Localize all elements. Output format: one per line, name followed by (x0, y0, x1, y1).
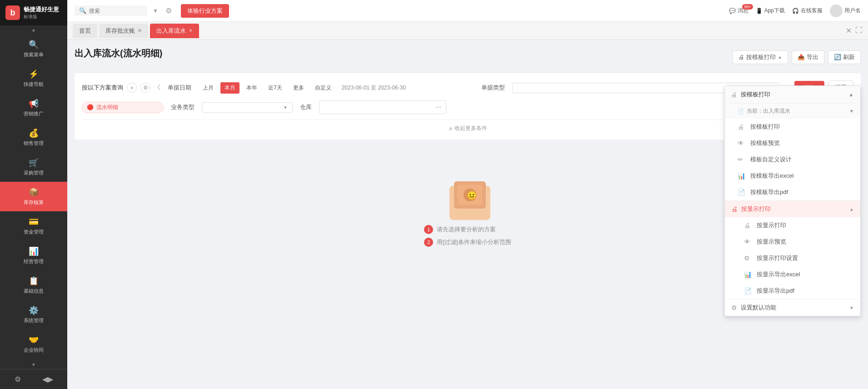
tab-expand-btn[interactable]: ⛶ (855, 26, 863, 35)
shortcuts-icon: ⚡ (29, 69, 39, 79)
print-btn[interactable]: 🖨 按模板打印 ▲ (733, 50, 788, 64)
date-btn-this-month[interactable]: 本月 (220, 82, 239, 94)
filter-chip-active[interactable]: 🔴 流水明细 (82, 102, 164, 113)
date-label: 单据日期 (168, 84, 191, 92)
date-range: 2023-06-01 至 2023-06-30 (342, 84, 406, 92)
date-btn-this-year[interactable]: 本年 (242, 82, 261, 94)
finance-icon: 💳 (29, 217, 39, 227)
search-dropdown-arrow[interactable]: ▼ (153, 8, 158, 14)
date-btn-custom[interactable]: 自定义 (311, 82, 335, 94)
dropdown-display-print[interactable]: 🖨 按显示打印 (725, 217, 860, 234)
sidebar-item-shortcuts[interactable]: ⚡ 快捷导航 (0, 64, 67, 93)
sidebar-item-operations[interactable]: 📊 经营管理 (0, 241, 67, 270)
dropdown-footer[interactable]: ⚙ 设置默认功能 ▼ (725, 299, 860, 316)
tab-flow-label: 出入库流水 (156, 27, 186, 35)
sidebar-settings-btn[interactable]: ⚙ (15, 375, 21, 384)
display-collapse-arrow: ▲ (849, 207, 854, 212)
dropdown-header-left: 🖨 按模板打印 (731, 90, 770, 99)
pdf-icon-2: 📄 (744, 287, 752, 294)
sidebar-label-sales: 销售管理 (24, 140, 44, 147)
topbar-gear-icon[interactable]: ⚙ (165, 6, 172, 15)
dropdown-header-collapse[interactable]: ▲ (848, 91, 854, 98)
warehouse-field[interactable]: ··· (319, 100, 446, 114)
warehouse-more[interactable]: ··· (435, 103, 441, 111)
hint-2-text: 用[过滤]条件来缩小分析范围 (437, 238, 511, 246)
topbar-search-box[interactable]: 🔍 (75, 5, 147, 16)
date-btn-7days[interactable]: 近7天 (264, 82, 286, 94)
dropdown-template-print[interactable]: 🖨 按模板打印 (725, 119, 860, 135)
topbar-right: 💬 消息 99+ 📱 App下载 🎧 在线客服 用户名 (729, 5, 861, 17)
dropdown-current-template[interactable]: 📄 当前：出入库流水 ▼ (725, 104, 860, 119)
scroll-up-indicator[interactable]: ▲ (0, 25, 67, 34)
dropdown-display-export-excel[interactable]: 📊 按显示导出excel (725, 266, 860, 283)
business-type-select[interactable]: ▼ (202, 102, 293, 113)
print-btn-label: 按模板打印 (746, 53, 776, 61)
filter-collapse-icon[interactable]: 《 (154, 84, 160, 92)
sidebar-item-basic[interactable]: 📋 基础信息 (0, 270, 67, 300)
dropdown-template-export-pdf[interactable]: 📄 按模板导出pdf (725, 184, 860, 200)
dropdown-template-export-excel[interactable]: 📊 按模板导出excel (725, 168, 860, 184)
dropdown-display-print-settings[interactable]: ⚙ 按显示打印设置 (725, 250, 860, 266)
notifications-btn[interactable]: 💬 消息 99+ (729, 7, 748, 15)
page-title: 出入库流水(流水明细) (75, 47, 162, 60)
sidebar-item-inventory[interactable]: 📦 库存核算 (0, 182, 67, 211)
sidebar-item-search[interactable]: 🔍 搜索菜单 (0, 34, 67, 64)
sidebar-item-finance[interactable]: 💳 资金管理 (0, 211, 67, 241)
export-btn[interactable]: 📤 导出 (792, 50, 824, 64)
sidebar-item-marketing[interactable]: 📢 营销推广 (0, 93, 67, 123)
search-icon: 🔍 (29, 40, 39, 50)
dropdown-panel: 🖨 按模板打印 ▲ 📄 当前：出入库流水 ▼ 🖨 按模板打印 (724, 85, 861, 316)
sidebar-item-guide[interactable]: 🎯 新手引导 (0, 359, 67, 360)
tab-batch-close[interactable]: ✕ (138, 28, 142, 34)
filter-add-btn[interactable]: + (127, 83, 137, 93)
brand-name: 畅捷通好生意 (24, 6, 59, 14)
current-template-text: 当前：出入库流水 (747, 107, 790, 115)
filter-settings-btn[interactable]: ⚙ (140, 83, 150, 93)
tab-home[interactable]: 首页 (73, 24, 97, 38)
template-customize-label: 模板自定义设计 (750, 155, 792, 164)
basic-icon: 📋 (29, 276, 39, 286)
printer-icon: 🖨 (738, 54, 744, 60)
sidebar-item-sales[interactable]: 💰 销售管理 (0, 123, 67, 152)
dropdown-template-preview[interactable]: 👁 按模板预览 (725, 135, 860, 151)
display-print-icon: 🖨 (731, 205, 738, 213)
sidebar-item-purchase[interactable]: 🛒 采购管理 (0, 152, 67, 182)
sidebar-collapse-btn[interactable]: ◀▶ (42, 375, 53, 384)
tab-flow[interactable]: 出入库流水 ✕ (150, 24, 199, 38)
refresh-btn[interactable]: 🔄 刷新 (828, 50, 861, 64)
app-download-btn[interactable]: 📱 App下载 (756, 7, 785, 15)
topbar: 🔍 ▼ ⚙ 体验行业方案 💬 消息 99+ 📱 App下载 🎧 在线客服 (67, 0, 868, 22)
preview-icon-1: 👁 (738, 140, 746, 147)
dropdown-display-export-pdf[interactable]: 📄 按显示导出pdf (725, 283, 860, 299)
tab-batch[interactable]: 库存批次账 ✕ (99, 24, 148, 38)
filter-chip-label: 流水明细 (96, 104, 118, 111)
trial-btn[interactable]: 体验行业方案 (181, 4, 229, 18)
phone-icon: 📱 (756, 8, 763, 14)
user-name: 用户名 (844, 7, 861, 15)
collapse-more-btn[interactable]: ∧ 收起更多条件 (449, 125, 487, 132)
date-btn-more[interactable]: 更多 (289, 82, 308, 94)
search-input[interactable] (89, 8, 135, 14)
settings-default-icon: ⚙ (731, 304, 737, 311)
date-btn-last-month[interactable]: 上月 (199, 82, 218, 94)
tab-flow-close[interactable]: ✕ (189, 28, 193, 34)
export-icon: 📤 (798, 54, 805, 60)
dropdown-display-header[interactable]: 🖨 按显示打印 ▲ (725, 200, 860, 217)
user-avatar-btn[interactable]: 用户名 (830, 5, 861, 17)
sidebar: b 畅捷通好生意 标准版 ▲ 🔍 搜索菜单 ⚡ 快捷导航 📢 营销推广 (0, 0, 67, 389)
print-icon-1: 🖨 (738, 123, 746, 130)
hint-1-text: 请先选择要分析的方案 (437, 225, 496, 234)
dropdown-template-customize[interactable]: ✏ 模板自定义设计 (725, 151, 860, 168)
customer-service-btn[interactable]: 🎧 在线客服 (792, 7, 823, 15)
scroll-down-indicator[interactable]: ▼ (0, 360, 67, 369)
sidebar-item-collab[interactable]: 🤝 企业协同 (0, 329, 67, 359)
sidebar-bottom: ⚙ ◀▶ (0, 369, 67, 389)
display-print-settings-label: 按显示打印设置 (757, 254, 798, 262)
dropdown-header: 🖨 按模板打印 ▲ (725, 86, 860, 104)
sidebar-label-search: 搜索菜单 (24, 51, 44, 58)
display-pdf-label: 按显示导出pdf (757, 287, 794, 295)
printer-icon-dropdown: 🖨 (731, 91, 737, 98)
tab-close-all-btn[interactable]: ✕ (846, 26, 852, 35)
dropdown-display-preview[interactable]: 👁 按显示预览 (725, 234, 860, 250)
sidebar-item-system[interactable]: ⚙️ 系统管理 (0, 300, 67, 329)
